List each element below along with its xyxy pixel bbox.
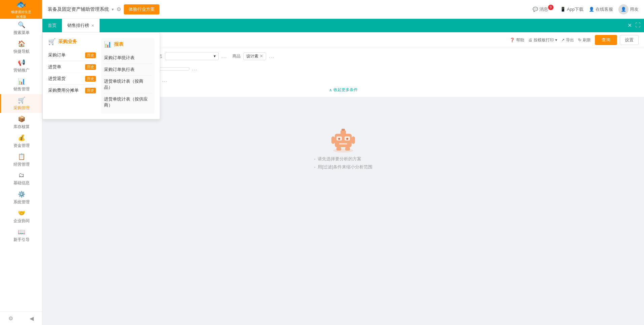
dropdown-report-label: 进货单统计表（按供应商） [104, 96, 148, 108]
marketing-icon: 📢 [18, 59, 25, 66]
query-button[interactable]: 查询 [595, 35, 617, 45]
collapse-label: 收起更多条件 [333, 87, 358, 93]
svg-rect-10 [352, 136, 355, 144]
tabbar-close-icon[interactable]: ✕ [628, 22, 632, 29]
sidebar-item-purchase[interactable]: 🛒 采购管理 [0, 94, 42, 113]
logo-line1: 畅捷通好生意 [11, 10, 31, 14]
message-label: 消息 [539, 6, 548, 12]
dropdown-item-inbound[interactable]: 进货单 历史 [48, 61, 96, 73]
empty-hint-1: 请先选择要分析的方案 [314, 156, 372, 162]
history-tag: 历史 [85, 52, 96, 58]
topbar-title: 装备及固定资产辅助管理系统 [48, 6, 109, 12]
print-button[interactable]: 🖨 按模板打印 ▾ [528, 37, 557, 43]
svg-rect-11 [336, 147, 341, 151]
svg-rect-12 [345, 147, 350, 151]
cooperation-icon: 🤝 [18, 209, 25, 217]
voucher-dots: ... [221, 54, 227, 59]
goods-tag[interactable]: 设计素 ✕ [243, 52, 266, 60]
svg-rect-9 [331, 136, 335, 144]
message-item[interactable]: 💬 消息 9 [533, 6, 555, 12]
dropdown-report-inbound-goods[interactable]: 进货单统计表（按商品） [104, 76, 152, 93]
goods-tag-value: 设计素 [246, 53, 258, 59]
collapse-sidebar-icon[interactable]: ◀ [30, 315, 34, 322]
settings-bottom-icon[interactable]: ⚙ [8, 315, 13, 322]
export-button[interactable]: ↗ 导出 [561, 37, 574, 43]
svg-rect-4 [338, 138, 340, 140]
purchase-dropdown-menu: 🛒 采购业务 采购订单 历史 进货单 历史 进货退货 历史 采购费用分摊单 历史… [42, 32, 160, 119]
report-col: 📊 报表 采购订单统计表 采购订单执行表 进货单统计表（按商品） 进货单统计表（… [101, 38, 154, 114]
basic-icon: 🗂 [19, 172, 25, 179]
online-service-item[interactable]: 👤 在线客服 [589, 6, 613, 12]
newbie-icon: 📖 [18, 228, 25, 236]
history-tag: 历史 [85, 88, 96, 93]
report-col-header: 📊 报表 [104, 41, 152, 48]
topbar-left: 装备及固定资产辅助管理系统 ▾ ⚙ 体验行业方案 [48, 4, 159, 14]
print-dropdown-arrow: ▾ [555, 38, 557, 42]
avatar: 👤 [618, 4, 629, 14]
customer-dots: ... [162, 78, 168, 83]
goods-dots: ... [269, 54, 275, 59]
dropdown-item-label: 采购订单 [48, 52, 66, 58]
user-item[interactable]: 👤 用友 [618, 4, 639, 14]
export-label: 导出 [566, 37, 574, 43]
svg-rect-1 [335, 134, 352, 147]
industry-solution-button[interactable]: 体验行业方案 [124, 4, 159, 14]
dropdown-item-purchase-order[interactable]: 采购订单 历史 [48, 49, 96, 61]
user-label: 用友 [630, 6, 639, 12]
sidebar-item-sales[interactable]: 📊 销售管理 [0, 75, 42, 94]
voucher-status-select[interactable]: ▾ [165, 52, 219, 60]
topbar-dropdown-arrow[interactable]: ▾ [112, 7, 114, 12]
sidebar-item-quick-nav[interactable]: 🏠 快捷导航 [0, 38, 42, 56]
sidebar: 🐟 畅捷通好生意 标准版 🔍 搜索菜单 🏠 快捷导航 📢 营销推广 📊 销售管理… [0, 0, 42, 325]
empty-hints: 请先选择要分析的方案 用[过滤]条件来缩小分析范围 [314, 156, 372, 172]
tab-home[interactable]: 首页 [42, 19, 62, 32]
logo-icon: 🐟 [16, 0, 26, 9]
message-icon: 💬 [533, 7, 538, 12]
dropdown-report-inbound-supplier[interactable]: 进货单统计表（按供应商） [104, 93, 152, 111]
online-service-label: 在线客服 [596, 6, 613, 12]
sidebar-item-basic[interactable]: 🗂 基础信息 [0, 169, 42, 188]
dropdown-item-expense[interactable]: 采购费用分摊单 历史 [48, 85, 96, 96]
tab-sales-rank-label: 销售排行榜 [67, 23, 89, 29]
operation-icon: 📋 [18, 153, 25, 160]
goods-tag-close-icon[interactable]: ✕ [260, 54, 263, 58]
home-icon: 🏠 [18, 40, 25, 47]
refresh-button[interactable]: ↻ 刷新 [578, 37, 591, 43]
search-icon: 🔍 [18, 21, 25, 29]
sidebar-item-label: 基础信息 [13, 180, 30, 186]
sidebar-item-operation[interactable]: 📋 经营管理 [0, 151, 42, 169]
sidebar-item-label: 库存核算 [13, 124, 30, 130]
sidebar-item-cooperation[interactable]: 🤝 企业协同 [0, 207, 42, 226]
help-button[interactable]: ❓ 帮助 [510, 37, 524, 43]
sidebar-item-label: 营销推广 [13, 68, 30, 73]
dropdown-item-return[interactable]: 进货退货 历史 [48, 73, 96, 85]
sales-icon: 📊 [18, 78, 25, 85]
system-icon: ⚙️ [18, 191, 25, 198]
dropdown-report-order-stats[interactable]: 采购订单统计表 [104, 52, 152, 64]
export-icon: ↗ [561, 38, 565, 42]
settings-button[interactable]: 设置 [620, 35, 639, 45]
empty-illustration [326, 124, 360, 151]
sidebar-item-search[interactable]: 🔍 搜索菜单 [0, 19, 42, 38]
sidebar-item-label: 销售管理 [13, 86, 30, 92]
app-download-item[interactable]: 📱 App下载 [560, 6, 583, 12]
message-badge: 9 [548, 5, 553, 10]
help-icon: ❓ [510, 38, 515, 42]
tab-close-icon[interactable]: ✕ [91, 24, 94, 28]
refresh-label: 刷新 [583, 37, 591, 43]
dropdown-item-label: 采购费用分摊单 [48, 87, 79, 93]
print-label: 按模板打印 [534, 37, 554, 43]
sidebar-item-inventory[interactable]: 📦 库存核算 [0, 113, 42, 132]
purchase-icon: 🛒 [18, 96, 25, 104]
sidebar-logo: 🐟 畅捷通好生意 标准版 [0, 0, 42, 19]
tabbar-expand-icon[interactable]: ⛶ [635, 22, 641, 28]
goods-filter: 商品 设计素 ✕ ... [232, 52, 275, 60]
help-label: 帮助 [516, 37, 524, 43]
dropdown-report-order-exec[interactable]: 采购订单执行表 [104, 64, 152, 76]
topbar-gear-icon[interactable]: ⚙ [116, 6, 121, 12]
sidebar-item-marketing[interactable]: 📢 营销推广 [0, 56, 42, 75]
tab-sales-rank[interactable]: 销售排行榜 ✕ [62, 19, 100, 32]
sidebar-item-newbie[interactable]: 📖 新手引导 [0, 226, 42, 245]
sidebar-item-system[interactable]: ⚙️ 系统管理 [0, 188, 42, 207]
sidebar-item-finance[interactable]: 💰 资金管理 [0, 132, 42, 151]
